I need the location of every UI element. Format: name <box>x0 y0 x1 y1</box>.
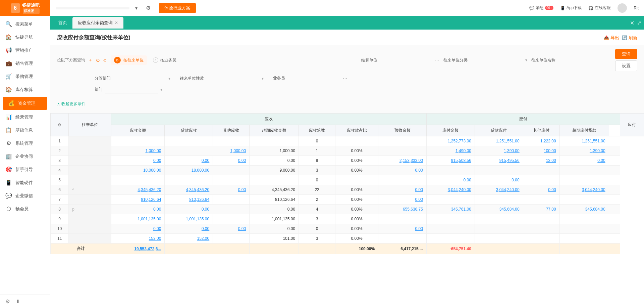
salesman-input[interactable] <box>287 75 341 82</box>
sidebar-item-enterprise[interactable]: 🏢 企业协同 <box>0 150 50 163</box>
settings-btn[interactable]: 设置 <box>615 60 637 71</box>
row-ap-overdue[interactable]: 345,684.00 <box>559 205 609 214</box>
row-ar-amount[interactable]: 4,345,436.20 <box>111 185 165 195</box>
row-ap-loan[interactable]: 3,044,240.00 <box>475 185 523 195</box>
partner-category-input[interactable] <box>470 56 523 64</box>
salesman-picker[interactable]: ··· <box>343 76 347 82</box>
row-ar-other[interactable]: 0.00 <box>213 156 250 166</box>
row-ar-other[interactable]: 1,000.00 <box>213 146 250 156</box>
filter-add-button[interactable]: ＋ <box>87 57 93 63</box>
row-ar-loan[interactable]: 152.00 <box>165 234 213 244</box>
row-ap-other[interactable]: 100.00 <box>523 146 559 156</box>
maximize-tab-button[interactable]: ⤢ <box>637 20 641 26</box>
row-ap-loan[interactable]: 1,390.00 <box>475 146 523 156</box>
partner-nature-input[interactable] <box>206 75 260 82</box>
row-ar-amount[interactable]: 1,000.00 <box>111 146 165 156</box>
row-ar-loan[interactable]: 0.00 <box>165 156 213 166</box>
tab-close-icon[interactable]: ✕ <box>115 20 118 25</box>
refresh-button[interactable]: 🔄 刷新 <box>622 35 637 41</box>
row-ar-other[interactable]: 0.00 <box>213 185 250 195</box>
row-ap-overdue[interactable]: 0.00 <box>559 156 609 166</box>
row-ar-loan[interactable]: 0.00 <box>165 224 213 234</box>
export-button[interactable]: 📤 导出 <box>604 35 619 41</box>
row-ap-loan[interactable]: 0.00 <box>475 175 523 185</box>
row-ap-other[interactable]: 1,222.00 <box>523 136 559 146</box>
row-ap-amount[interactable]: 915,508.56 <box>426 156 475 166</box>
sidebar-item-basic-info[interactable]: 📋 基础信息 <box>0 124 50 137</box>
sidebar-item-wechat[interactable]: 💬 企业微信 <box>0 189 50 202</box>
dept-manager-input[interactable] <box>113 75 166 82</box>
sidebar-item-inventory[interactable]: 🏠 库存核算 <box>0 83 50 96</box>
sidebar-item-finance[interactable]: 💰 资金管理 <box>3 97 47 110</box>
row-ap-amount[interactable]: 0.00 <box>426 175 475 185</box>
row-ar-amount[interactable]: 810,126.64 <box>111 195 165 205</box>
user-avatar[interactable] <box>618 3 627 13</box>
row-ar-amount[interactable]: 0.00 <box>111 224 165 234</box>
row-ap-amount[interactable]: 1,252,773.00 <box>426 136 475 146</box>
filter-collapse-button[interactable]: « <box>103 57 107 63</box>
row-ar-amount[interactable]: 18,000.00 <box>111 166 165 175</box>
row-ar-advance[interactable]: 0.00 <box>378 166 427 175</box>
sidebar-item-operations[interactable]: 📊 经营管理 <box>0 111 50 124</box>
row-ap-overdue[interactable]: 3,044,240.00 <box>559 185 609 195</box>
sidebar-item-search-menu[interactable]: 🔍 搜索菜单 <box>0 17 50 31</box>
row-ap-loan[interactable]: 915,495.56 <box>475 156 523 166</box>
chevron-down-button[interactable]: ▾ <box>132 4 140 12</box>
row-ap-overdue[interactable]: 1,251,551.00 <box>559 136 609 146</box>
sidebar-item-sales[interactable]: 💼 销售管理 <box>0 57 50 70</box>
row-ar-amount[interactable]: 152.00 <box>111 234 165 244</box>
row-ar-other[interactable]: 0.00 <box>213 224 250 234</box>
footer-ar-amount[interactable]: 19,553,472,6... <box>111 244 165 254</box>
row-ar-loan[interactable]: 4,345,436.20 <box>165 185 213 195</box>
row-ap-amount[interactable]: 3,044,240.00 <box>426 185 475 195</box>
filter-scheme-salesman[interactable]: ○ 按业务员 <box>150 56 180 64</box>
row-ar-advance[interactable]: 655,636.75 <box>378 205 427 214</box>
row-ap-other[interactable]: 0.00 <box>523 185 559 195</box>
sidebar-item-smart[interactable]: 📱 智能硬件 <box>0 176 50 189</box>
row-ap-loan[interactable]: 345,684.00 <box>475 205 523 214</box>
sidebar-item-member[interactable]: ⬡ 畅会员 <box>0 202 50 215</box>
sidebar-item-purchase[interactable]: 🛒 采购管理 <box>0 70 50 83</box>
sidebar-item-guide[interactable]: 🎯 新手引导 <box>0 163 50 176</box>
online-service-area[interactable]: 🎧 在线客服 <box>588 5 611 11</box>
solution-button[interactable]: 体验行业方案 <box>159 3 196 13</box>
settlement-unit-picker[interactable]: ··· <box>435 57 439 63</box>
settings-button[interactable]: ⚙ <box>143 3 154 13</box>
message-area[interactable]: 💬 消息 99+ <box>529 5 553 11</box>
row-ar-amount[interactable]: 0.00 <box>111 205 165 214</box>
th-settings[interactable]: ⚙ <box>51 114 69 136</box>
close-tab-button[interactable]: ✕ <box>630 20 634 26</box>
app-download-area[interactable]: 📱 App下载 <box>560 5 582 11</box>
row-ar-loan[interactable]: 0.00 <box>165 205 213 214</box>
sidebar-item-quick-nav[interactable]: 🏠 快捷导航 <box>0 31 50 44</box>
filter-scheme-partner[interactable]: ⚙ 按往来单位 <box>111 55 147 65</box>
settings-icon[interactable]: ⚙ <box>5 298 10 305</box>
row-ap-amount[interactable]: 345,761.00 <box>426 205 475 214</box>
row-ar-advance[interactable]: 2,153,333.00 <box>378 156 427 166</box>
row-ar-advance[interactable]: 0.00 <box>378 224 427 234</box>
sidebar-item-system[interactable]: ⚙ 系统管理 <box>0 137 50 150</box>
row-ar-amount[interactable]: 0.00 <box>111 156 165 166</box>
collapse-more-btn[interactable]: ∧ 收起更多条件 <box>57 99 86 109</box>
tab-ar-query[interactable]: 应收应付余额查询 ✕ <box>72 17 123 29</box>
filter-settings-button[interactable]: ⊙ <box>95 57 101 63</box>
row-ar-amount[interactable]: 1,001,135.00 <box>111 214 165 224</box>
settlement-unit-input[interactable] <box>379 56 433 64</box>
row-ap-amount[interactable]: 1,490.00 <box>426 146 475 156</box>
row-ap-overdue[interactable]: 1,390.00 <box>559 146 609 156</box>
partner-name-input[interactable] <box>557 56 611 64</box>
row-ap-loan[interactable]: 1,251,551.00 <box>475 136 523 146</box>
row-ap-other[interactable]: 13.00 <box>523 156 559 166</box>
row-ar-loan[interactable]: 810,126.64 <box>165 195 213 205</box>
row-ar-advance[interactable]: 0.00 <box>378 185 427 195</box>
query-button[interactable]: 查询 <box>615 49 637 59</box>
dept-input[interactable] <box>105 86 158 93</box>
collapse-sidebar-icon[interactable]: ⏸ <box>15 299 21 305</box>
sidebar-item-marketing[interactable]: 📢 营销推广 <box>0 44 50 57</box>
row-ar-advance[interactable]: 0.00 <box>378 195 427 205</box>
url-bar[interactable] <box>56 7 129 9</box>
row-ar-loan[interactable]: 1,001,135.00 <box>165 214 213 224</box>
tab-home[interactable]: 首页 <box>53 17 72 29</box>
row-ar-loan[interactable]: 18,000.00 <box>165 166 213 175</box>
row-ap-other[interactable]: 77.00 <box>523 205 559 214</box>
